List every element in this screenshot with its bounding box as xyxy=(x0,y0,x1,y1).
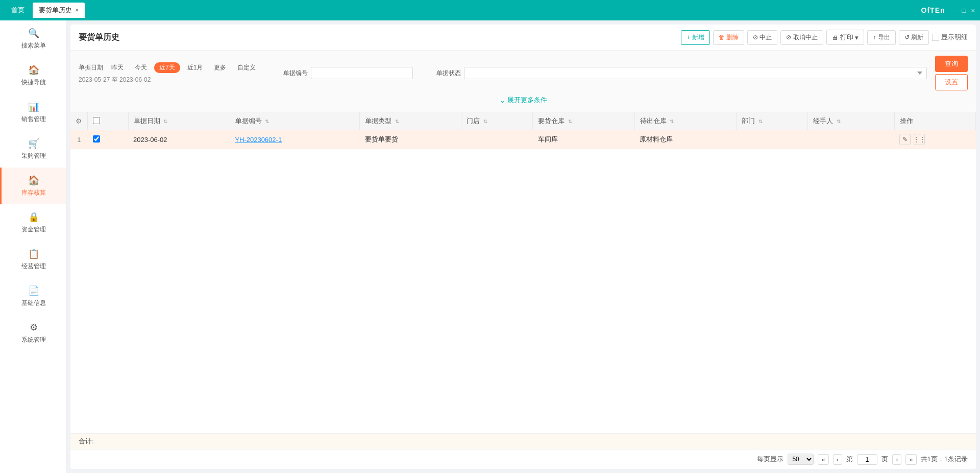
sort-doc-number-icon[interactable]: ⇅ xyxy=(265,119,269,124)
window-maximize-icon[interactable]: □ xyxy=(962,7,966,14)
summary-label: 合计: xyxy=(79,437,94,445)
col-department-label: 部门 xyxy=(742,117,755,125)
edit-icon[interactable]: ✎ xyxy=(899,134,911,145)
sidebar-item-quick-nav[interactable]: 🏠 快捷导航 xyxy=(0,57,66,94)
tab-requisition-history[interactable]: 要货单历史 × xyxy=(33,3,85,18)
more-icon[interactable]: ⋮⋮ xyxy=(914,134,925,145)
requisition-tab-label: 要货单历史 xyxy=(39,6,72,15)
date-option-yesterday[interactable]: 昨天 xyxy=(107,62,128,73)
expand-more-conditions[interactable]: ⌄ 展开更多条件 xyxy=(79,93,968,107)
sidebar-item-search-menu[interactable]: 🔍 搜索菜单 xyxy=(0,20,66,57)
date-filter-top: 单据日期 昨天 今天 近7天 近1月 更多 自定义 xyxy=(79,62,260,73)
filter-row-1: 单据日期 昨天 今天 近7天 近1月 更多 自定义 2023-05-27 至 2… xyxy=(79,56,968,90)
select-all-checkbox[interactable] xyxy=(93,117,100,124)
page-label: 第 xyxy=(846,455,853,464)
display-detail-toggle[interactable]: 显示明细 xyxy=(932,33,968,42)
doc-status-select-wrapper xyxy=(464,67,927,79)
row-handler xyxy=(808,130,895,149)
expand-label: 展开更多条件 xyxy=(507,96,547,105)
stop-button[interactable]: ⊘ 中止 xyxy=(747,30,777,45)
doc-status-filter: 单据状态 xyxy=(436,67,927,79)
print-button[interactable]: 🖨 打印 ▾ xyxy=(826,30,865,45)
delete-button[interactable]: 🗑 删除 xyxy=(713,30,744,45)
sort-doc-date-icon[interactable]: ⇅ xyxy=(163,119,167,124)
main-content: 要货单历史 + 新增 🗑 删除 ⊘ 中止 ⊘ 取消中止 🖨 打印 ▾ ↑ 导出 … xyxy=(70,25,976,469)
basic-info-icon: 📄 xyxy=(28,285,39,296)
doc-number-link[interactable]: YH-20230602-1 xyxy=(235,136,282,144)
date-range-display: 2023-05-27 至 2023-06-02 xyxy=(79,76,260,84)
add-button[interactable]: + 新增 xyxy=(681,30,709,45)
sidebar-item-label-system: 系统管理 xyxy=(21,336,46,344)
operation-icons: ✎ ⋮⋮ xyxy=(899,134,970,145)
prev-page-button[interactable]: ‹ xyxy=(833,454,842,465)
pagination-bar: 每页显示 50 100 200 « ‹ 第 页 › » 共1页，1条记录 xyxy=(70,449,976,469)
sidebar-item-basic-info[interactable]: 📄 基础信息 xyxy=(0,278,66,315)
sidebar-item-operations-mgmt[interactable]: 📋 经营管理 xyxy=(0,241,66,278)
sidebar-item-finance-mgmt[interactable]: 🔒 资金管理 xyxy=(0,204,66,241)
sidebar-item-label-quick-nav: 快捷导航 xyxy=(21,78,46,87)
refresh-button[interactable]: ↺ 刷新 xyxy=(899,30,929,45)
sidebar-item-purchase-mgmt[interactable]: 🛒 采购管理 xyxy=(0,131,66,168)
system-icon: ⚙ xyxy=(30,322,38,333)
date-option-today[interactable]: 今天 xyxy=(131,62,151,73)
row-req-warehouse: 车间库 xyxy=(533,130,634,149)
date-options: 昨天 今天 近7天 近1月 更多 自定义 xyxy=(107,62,260,73)
sidebar-item-inventory[interactable]: 🏠 库存核算 xyxy=(0,168,66,204)
print-label: 🖨 打印 xyxy=(832,33,854,42)
col-doc-number: 单据编号 ⇅ xyxy=(230,112,359,130)
page-input[interactable] xyxy=(857,454,877,465)
display-detail-checkbox[interactable] xyxy=(932,34,939,41)
col-operation: 操作 xyxy=(894,112,975,130)
sort-req-warehouse-icon[interactable]: ⇅ xyxy=(568,119,572,124)
filter-action-buttons: 查询 设置 xyxy=(935,56,968,90)
table-settings-icon[interactable]: ⚙ xyxy=(76,117,82,125)
toolbar: + 新增 🗑 删除 ⊘ 中止 ⊘ 取消中止 🖨 打印 ▾ ↑ 导出 ↺ 刷新 显… xyxy=(681,30,968,45)
col-settings[interactable]: ⚙ xyxy=(70,112,88,130)
doc-status-select[interactable] xyxy=(464,67,927,79)
sidebar-item-sales-mgmt[interactable]: 📊 销售管理 xyxy=(0,94,66,131)
close-tab-icon[interactable]: × xyxy=(75,7,79,14)
tab-home[interactable]: 首页 xyxy=(5,3,31,18)
table-row: 1 2023-06-02 YH-20230602-1 要货单要货 车间库 原材料… xyxy=(70,130,976,149)
sort-store-icon[interactable]: ⇅ xyxy=(483,119,487,124)
export-button[interactable]: ↑ 导出 xyxy=(867,30,895,45)
inventory-icon: 🏠 xyxy=(28,175,39,186)
first-page-button[interactable]: « xyxy=(818,454,828,465)
sidebar-item-label-finance: 资金管理 xyxy=(21,225,46,234)
col-doc-date-label: 单据日期 xyxy=(134,117,160,125)
query-button[interactable]: 查询 xyxy=(935,56,968,72)
per-page-select[interactable]: 50 100 200 xyxy=(788,454,814,465)
sort-pending-warehouse-icon[interactable]: ⇅ xyxy=(670,119,674,124)
table-header-row: ⚙ 单据日期 ⇅ 单据编号 ⇅ xyxy=(70,112,976,130)
col-doc-type: 单据类型 ⇅ xyxy=(360,112,461,130)
cancel-stop-button[interactable]: ⊘ 取消中止 xyxy=(780,30,823,45)
last-page-button[interactable]: » xyxy=(905,454,916,465)
doc-number-input[interactable] xyxy=(311,67,413,79)
sort-handler-icon[interactable]: ⇅ xyxy=(837,119,841,124)
sort-doc-type-icon[interactable]: ⇅ xyxy=(395,119,399,124)
window-close-icon[interactable]: × xyxy=(971,7,975,14)
col-handler-label: 经手人 xyxy=(813,117,833,125)
date-option-custom[interactable]: 自定义 xyxy=(233,62,260,73)
settings-button[interactable]: 设置 xyxy=(935,74,968,90)
date-filter-group: 单据日期 昨天 今天 近7天 近1月 更多 自定义 2023-05-27 至 2… xyxy=(79,62,260,84)
top-bar: 首页 要货单历史 × OfTEn — □ × xyxy=(0,0,980,20)
expand-chevron-icon: ⌄ xyxy=(500,97,505,104)
sort-department-icon[interactable]: ⇅ xyxy=(758,119,763,124)
page-header: 要货单历史 + 新增 🗑 删除 ⊘ 中止 ⊘ 取消中止 🖨 打印 ▾ ↑ 导出 … xyxy=(70,25,976,51)
date-option-more[interactable]: 更多 xyxy=(210,62,230,73)
next-page-button[interactable]: › xyxy=(892,454,901,465)
row-checkbox[interactable] xyxy=(93,135,100,143)
window-minimize-icon[interactable]: — xyxy=(950,7,957,14)
col-pending-warehouse-label: 待出仓库 xyxy=(640,117,667,125)
filter-area: 单据日期 昨天 今天 近7天 近1月 更多 自定义 2023-05-27 至 2… xyxy=(70,51,976,112)
sidebar-item-system-mgmt[interactable]: ⚙ 系统管理 xyxy=(0,315,66,351)
date-option-7days[interactable]: 近7天 xyxy=(154,62,180,73)
col-pending-warehouse: 待出仓库 ⇅ xyxy=(634,112,736,130)
sidebar-item-label-inventory: 库存核算 xyxy=(21,188,46,197)
data-table: ⚙ 单据日期 ⇅ 单据编号 ⇅ xyxy=(70,112,976,149)
date-option-1month[interactable]: 近1月 xyxy=(183,62,207,73)
home-tab-label: 首页 xyxy=(11,6,24,15)
date-filter-label: 单据日期 xyxy=(79,63,103,72)
sidebar-item-label-search-menu: 搜索菜单 xyxy=(21,41,46,50)
